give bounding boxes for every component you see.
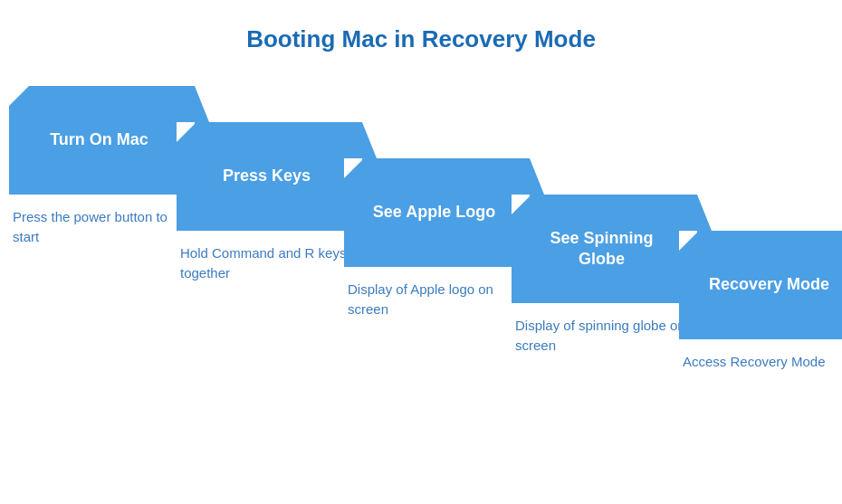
page-title: Booting Mac in Recovery Mode <box>0 0 842 70</box>
ribbon-1: Turn On Mac <box>9 86 195 195</box>
step-desc-1: Press the power button to start <box>9 207 186 247</box>
step-desc-5: Access Recovery Mode <box>679 352 826 372</box>
step-label-1: Turn On Mac <box>33 129 170 150</box>
step-desc-2: Hold Command and R keys together <box>177 243 353 283</box>
step-label-2: Press Keys <box>206 166 332 186</box>
step-block-1: Turn On MacPress the power button to sta… <box>9 86 195 247</box>
step-desc-3: Display of Apple logo on screen <box>344 280 521 319</box>
step-desc-4: Display of spinning globe on screen <box>512 316 688 356</box>
